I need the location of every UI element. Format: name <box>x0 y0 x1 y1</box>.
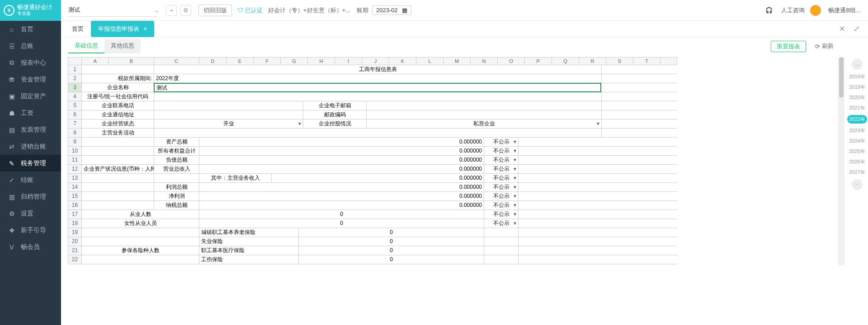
col-header-D[interactable]: D <box>199 57 226 65</box>
subtab-other[interactable]: 其他信息 <box>104 39 141 53</box>
asset-group[interactable] <box>82 201 154 210</box>
cell[interactable]: 营业总收入 <box>154 165 199 173</box>
row-6[interactable]: 6企业通信地址邮政编码 <box>68 110 677 119</box>
row-number[interactable]: 3 <box>68 83 82 92</box>
nav-item-5[interactable]: ☗工资 <box>0 105 61 121</box>
year-2019年[interactable]: 2019年 <box>847 84 867 91</box>
cell[interactable]: 0 <box>299 246 484 255</box>
cell[interactable] <box>484 237 519 246</box>
cell[interactable]: 0.000000 <box>199 156 484 164</box>
nav-item-2[interactable]: ⧉报表中心 <box>0 54 61 71</box>
select-holding[interactable]: 私营企业 <box>367 119 602 128</box>
subtab-basic[interactable]: 基础信息 <box>68 39 104 53</box>
cell[interactable] <box>367 110 602 119</box>
old-version-button[interactable]: 切回旧版 <box>198 5 232 16</box>
row-number[interactable]: 8 <box>68 129 82 137</box>
cell[interactable]: 企业经营状态 <box>82 119 154 128</box>
row-number[interactable]: 5 <box>68 101 82 110</box>
asset-group[interactable] <box>82 183 154 191</box>
row-20[interactable]: 20失业保险0 <box>68 237 677 246</box>
row-3[interactable]: 3企业名称测试 <box>68 83 677 92</box>
row-number[interactable]: 20 <box>68 237 82 246</box>
close-all-tabs-button[interactable]: ✕ <box>836 24 847 34</box>
year-2026年[interactable]: 2026年 <box>847 158 867 165</box>
insurance-group[interactable] <box>82 228 199 237</box>
insurance-group[interactable] <box>82 237 199 246</box>
row-number[interactable]: 13 <box>68 174 82 182</box>
cell[interactable]: 0 <box>199 219 484 228</box>
settings-company-button[interactable]: ⚙ <box>180 5 191 16</box>
col-header-P[interactable]: P <box>525 57 552 65</box>
cell[interactable]: 女性从业人员 <box>82 219 199 228</box>
row-number[interactable]: 11 <box>68 156 82 164</box>
cell[interactable] <box>154 129 602 137</box>
row-number[interactable]: 1 <box>68 65 82 74</box>
nav-item-13[interactable]: V畅会员 <box>0 239 61 255</box>
support-link[interactable]: 🎧 人工咨询 <box>758 6 805 14</box>
cell[interactable] <box>154 92 602 101</box>
col-header-T[interactable]: T <box>633 57 660 65</box>
row-number[interactable]: 6 <box>68 110 82 119</box>
cell[interactable]: 企业电子邮箱 <box>303 101 367 110</box>
nav-item-4[interactable]: ▣固定资产 <box>0 88 61 105</box>
close-icon[interactable]: × <box>144 25 147 32</box>
nav-item-10[interactable]: ▥归档管理 <box>0 188 61 205</box>
row-21[interactable]: 21参保各险种人数职工基本医疗保险0 <box>68 246 677 255</box>
row-22[interactable]: 22工伤保险0 <box>68 255 677 264</box>
col-header-R[interactable]: R <box>579 57 606 65</box>
year-2024年[interactable]: 2024年 <box>847 138 867 144</box>
row-number[interactable]: 19 <box>68 228 82 237</box>
asset-group[interactable] <box>82 138 154 146</box>
row-7[interactable]: 7企业经营状态开业企业控股情况私营企业 <box>68 119 677 129</box>
period-label[interactable]: 税款所属期间: <box>82 74 154 83</box>
cell[interactable] <box>484 228 519 237</box>
row-number[interactable]: 10 <box>68 147 82 155</box>
cell[interactable]: 失业保险 <box>199 237 299 246</box>
cell[interactable]: 0 <box>299 255 484 264</box>
cell[interactable]: 主营业务活动 <box>82 129 154 137</box>
sheet-title[interactable]: 工商年报信息表 <box>154 65 602 74</box>
row-number[interactable]: 7 <box>68 119 82 128</box>
cell[interactable]: 工伤保险 <box>199 255 299 264</box>
cell[interactable]: 净利润 <box>154 192 199 201</box>
year-2018年[interactable]: 2018年 <box>847 73 867 80</box>
year-2020年[interactable]: 2020年 <box>847 94 867 101</box>
row-4[interactable]: 4注册号/统一社会信用代码 <box>68 92 677 101</box>
year-2022年[interactable]: 2022年 <box>847 115 867 124</box>
year-down-button[interactable]: ﹀ <box>852 179 863 190</box>
year-2027年[interactable]: 2027年 <box>847 169 867 176</box>
tab-home[interactable]: 首页 <box>65 21 91 37</box>
cell[interactable]: 企业控股情况 <box>303 119 367 128</box>
cell[interactable]: 纳税总额 <box>154 201 199 210</box>
row-number[interactable]: 9 <box>68 138 82 146</box>
cell[interactable] <box>367 101 602 110</box>
col-header-A[interactable]: A <box>82 57 109 65</box>
cell[interactable]: 不公示 <box>484 219 519 228</box>
select-disclose[interactable]: 不公示 <box>484 156 519 164</box>
asset-group[interactable] <box>82 156 154 164</box>
col-header-J[interactable]: J <box>362 57 389 65</box>
row-2[interactable]: 2税款所属期间:2022年度 <box>68 74 677 83</box>
select-disclose[interactable]: 不公示 <box>484 192 519 201</box>
asset-group[interactable] <box>82 147 154 155</box>
nav-item-11[interactable]: ⚙设置 <box>0 205 61 222</box>
row-number[interactable]: 15 <box>68 192 82 201</box>
col-header-C[interactable]: C <box>154 57 199 65</box>
nav-item-9[interactable]: ✓结账 <box>0 172 61 188</box>
cell[interactable]: 企业联系电话 <box>82 101 154 110</box>
insurance-group[interactable]: 参保各险种人数 <box>82 246 199 255</box>
row-1[interactable]: 1工商年报信息表 <box>68 65 677 74</box>
col-header-O[interactable]: O <box>498 57 525 65</box>
row-14[interactable]: 14利润总额0.000000不公示 <box>68 183 677 192</box>
cell[interactable]: 0 <box>199 210 484 219</box>
user-name[interactable]: 畅捷通B组... <box>828 6 861 14</box>
col-header-S[interactable]: S <box>606 57 633 65</box>
col-header-E[interactable]: E <box>226 57 254 65</box>
nav-item-8[interactable]: ✎税务管理 <box>0 155 61 172</box>
row-number[interactable]: 18 <box>68 219 82 228</box>
nav-item-3[interactable]: ⛃资金管理 <box>0 71 61 88</box>
nav-item-6[interactable]: ▤发票管理 <box>0 121 61 138</box>
select-disclose[interactable]: 不公示 <box>484 174 519 182</box>
cell[interactable]: 企业通信地址 <box>82 110 154 119</box>
cell[interactable]: 0 <box>299 228 484 237</box>
